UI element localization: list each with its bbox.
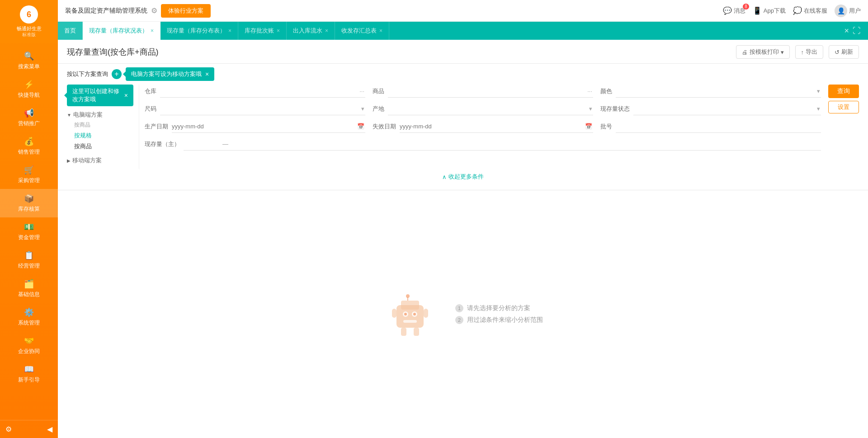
scheme-group-desktop: ▼ 电脑端方案 按商品 按规格 按商品 xyxy=(67,110,133,152)
purchase-icon: 🛒 xyxy=(24,165,34,175)
scheme-item-3[interactable]: 按商品 xyxy=(67,141,133,152)
tab-close-icon[interactable]: × xyxy=(277,28,280,34)
filter-row-3: 生产日期 📅 失效日期 📅 xyxy=(145,120,821,133)
field-color: 颜色 ▾ xyxy=(600,85,821,98)
refresh-icon: ↺ xyxy=(835,49,840,56)
sidebar-item-management[interactable]: 📋 经营管理 xyxy=(0,246,58,274)
sidebar-item-search[interactable]: 🔍 搜索菜单 xyxy=(0,47,58,75)
guide-icon: 📖 xyxy=(24,364,34,374)
scheme-group-mobile-header[interactable]: ▶ 移动端方案 xyxy=(67,155,133,165)
scheme-tooltip-close[interactable]: × xyxy=(205,71,209,78)
stock-qty-to[interactable] xyxy=(231,137,267,150)
svg-point-5 xyxy=(413,313,416,316)
scheme-group-desktop-header[interactable]: ▼ 电脑端方案 xyxy=(67,110,133,120)
svg-rect-1 xyxy=(401,301,419,310)
export-btn[interactable]: ↑ 导出 xyxy=(795,45,824,59)
size-input[interactable] xyxy=(160,102,365,115)
tab-close-icon[interactable]: × xyxy=(151,28,154,34)
production-date-label: 生产日期 xyxy=(145,122,168,131)
color-input[interactable] xyxy=(616,85,821,97)
reset-btn[interactable]: 设置 xyxy=(828,101,859,113)
tab-inventory-status[interactable]: 现存量（库存状况表） × xyxy=(83,22,160,40)
sidebar-item-finance[interactable]: 💵 资金管理 xyxy=(0,217,58,246)
sidebar-item-label: 采购管理 xyxy=(18,177,40,184)
sidebar-item-sales[interactable]: 💰 销售管理 xyxy=(0,132,58,160)
user-action[interactable]: 👤 用户 xyxy=(835,5,861,17)
range-dash: — xyxy=(222,141,228,147)
logo-text: 畅通好生意 标准版 xyxy=(17,25,42,38)
tab-close-icon[interactable]: × xyxy=(228,28,231,34)
header-right: 💬 消息 8 📱 App下载 💭 在线客服 👤 用户 xyxy=(723,5,861,17)
filter-add-btn[interactable]: + xyxy=(112,69,122,79)
field-expiry-date: 失效日期 📅 xyxy=(373,120,593,133)
user-label: 用户 xyxy=(849,7,861,15)
more-icon[interactable]: ··· xyxy=(359,88,364,94)
product-input[interactable] xyxy=(388,85,593,97)
app-download-label: App下载 xyxy=(764,7,786,15)
main-area: 装备及固定资产辅助管理系统 ⚙ 体验行业方案 💬 消息 8 📱 App下载 💭 … xyxy=(58,0,868,438)
calendar-icon[interactable]: 📅 xyxy=(585,123,592,130)
industry-btn[interactable]: 体验行业方案 xyxy=(161,4,211,18)
sidebar-item-inventory[interactable]: 📦 库存核算 xyxy=(0,189,58,217)
content-area: 1 请先选择要分析的方案 2 用过滤条件来缩小分析范围 xyxy=(58,190,868,438)
expiry-date-input[interactable] xyxy=(400,120,593,132)
online-support-action[interactable]: 💭 在线客服 xyxy=(793,6,827,15)
sidebar-item-guide[interactable]: 📖 新手引导 xyxy=(0,360,58,388)
marketing-icon: 📢 xyxy=(24,108,34,118)
sidebar-item-label: 资金管理 xyxy=(18,234,40,241)
collapse-icon[interactable]: ◀ xyxy=(47,425,52,433)
stock-status-input[interactable] xyxy=(633,102,821,115)
sidebar-item-corp[interactable]: 🤝 企业协同 xyxy=(0,331,58,360)
expiry-date-wrap: 📅 xyxy=(400,120,593,133)
sidebar-item-system[interactable]: ⚙️ 系统管理 xyxy=(0,303,58,331)
settings-icon[interactable]: ⚙ xyxy=(5,425,12,433)
tab-expand-icon[interactable]: ⛶ xyxy=(853,26,861,36)
sidebar-item-purchase[interactable]: 🛒 采购管理 xyxy=(0,160,58,189)
filter-fields-area: 仓库 ··· 商品 ··· xyxy=(145,85,821,155)
search-icon: 🔍 xyxy=(24,51,34,61)
production-date-input[interactable] xyxy=(172,120,365,132)
batch-input[interactable] xyxy=(616,120,821,132)
sidebar-footer: ⚙ ◀ xyxy=(0,420,58,438)
tab-inventory-dist[interactable]: 现存量（库存分布表） × xyxy=(160,22,238,40)
search-btn[interactable]: 查询 xyxy=(828,85,859,98)
filter-row-4: 现存量（主） — xyxy=(145,137,821,151)
product-input-wrap: ··· xyxy=(388,85,593,98)
system-name: 装备及固定资产辅助管理系统 xyxy=(65,7,147,15)
svg-rect-8 xyxy=(424,309,428,318)
tab-batch[interactable]: 库存批次账 × xyxy=(238,22,287,40)
sidebar-item-nav[interactable]: ⚡ 快捷导航 xyxy=(0,75,58,104)
stock-qty-from[interactable] xyxy=(184,137,220,150)
tab-home[interactable]: 首页 xyxy=(58,22,83,40)
gear-icon[interactable]: ⚙ xyxy=(151,6,157,15)
calendar-icon[interactable]: 📅 xyxy=(357,123,364,130)
tab-home-label: 首页 xyxy=(64,27,76,35)
template-print-btn[interactable]: 🖨 按模板打印 ▾ xyxy=(736,45,790,59)
more-icon[interactable]: ··· xyxy=(587,88,592,94)
page-title: 现存量查询(按仓库+商品) xyxy=(67,47,159,57)
scheme-group-label: 电脑端方案 xyxy=(73,111,103,119)
tab-close-icon[interactable]: × xyxy=(379,28,382,34)
tab-close-all-icon[interactable]: × xyxy=(844,26,849,36)
refresh-btn[interactable]: ↺ 刷新 xyxy=(829,45,859,59)
production-date-wrap: 📅 xyxy=(172,120,365,133)
color-input-wrap: ▾ xyxy=(616,85,821,98)
warehouse-input[interactable] xyxy=(160,85,365,97)
scheme-item-1[interactable]: 按商品 xyxy=(67,120,133,130)
tab-summary[interactable]: 收发存汇总表 × xyxy=(335,22,389,40)
app-download-action[interactable]: 📱 App下载 xyxy=(753,6,786,15)
scheme-item-2[interactable]: 按规格 xyxy=(67,130,133,141)
edit-tooltip-close[interactable]: × xyxy=(124,92,128,99)
tab-flow[interactable]: 出入库流水 × xyxy=(287,22,335,40)
filter-label: 按以下方案查询 xyxy=(67,70,108,78)
tab-close-icon[interactable]: × xyxy=(325,28,328,34)
notification-action[interactable]: 💬 消息 8 xyxy=(723,6,745,15)
collapse-row[interactable]: ∧ 收起更多条件 xyxy=(67,169,859,184)
origin-input[interactable] xyxy=(388,102,593,115)
tab-label: 收发存汇总表 xyxy=(341,27,377,35)
scheme-group-label: 移动端方案 xyxy=(72,156,102,165)
sidebar-item-basic[interactable]: 🗂️ 基础信息 xyxy=(0,274,58,303)
nav-icon: ⚡ xyxy=(24,80,34,89)
sidebar-item-marketing[interactable]: 📢 营销推广 xyxy=(0,104,58,132)
origin-input-wrap: ▾ xyxy=(388,102,593,115)
